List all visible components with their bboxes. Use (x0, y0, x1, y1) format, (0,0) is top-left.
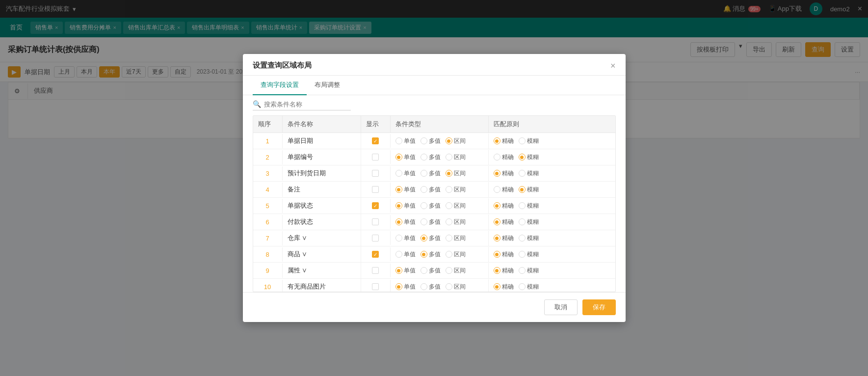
row-1-order: 1 (253, 134, 283, 139)
row-1-checkbox[interactable] (372, 137, 379, 138)
dialog-close-button[interactable]: × (610, 61, 616, 70)
dialog-title: 设置查询区域布局 (253, 61, 312, 70)
col-display: 显示 (361, 116, 391, 133)
row-1-type: 单值 多值 区间 (391, 134, 489, 139)
overlay: 设置查询区域布局 × 查询字段设置 布局调整 🔍 顺序 条件名称 显示 条件类型… (0, 0, 868, 138)
search-icon: 🔍 (253, 100, 261, 108)
dialog-header: 设置查询区域布局 × (243, 54, 626, 76)
row-1-match: 精确 模糊 (489, 134, 577, 139)
search-box: 🔍 (253, 100, 351, 110)
col-name: 条件名称 (283, 116, 361, 133)
tab-layout-adjust[interactable]: 布局调整 (307, 76, 348, 95)
row-1-type-single[interactable]: 单值 (395, 137, 416, 139)
conditions-table: 顺序 条件名称 显示 条件类型 匹配原则 1 单据日期 单值 多值 区间 (253, 115, 616, 138)
row-1-type-range[interactable]: 区间 (446, 137, 466, 139)
dialog: 设置查询区域布局 × 查询字段设置 布局调整 🔍 顺序 条件名称 显示 条件类型… (243, 54, 626, 138)
table-row: 1 单据日期 单值 多值 区间 精确 模糊 (253, 133, 615, 138)
tab-query-fields[interactable]: 查询字段设置 (253, 76, 307, 95)
row-1-type-group: 单值 多值 区间 (395, 137, 466, 139)
row-1-type-multi[interactable]: 多值 (421, 137, 441, 139)
search-input[interactable] (264, 101, 342, 108)
row-1-match-group: 精确 模糊 (494, 137, 539, 139)
row-1-display[interactable] (361, 134, 391, 138)
col-order: 顺序 (253, 116, 283, 133)
row-1-name: 单据日期 (283, 133, 361, 138)
col-match: 匹配原则 (489, 116, 577, 133)
row-1-match-fuzzy[interactable]: 模糊 (519, 137, 539, 139)
dialog-tabs: 查询字段设置 布局调整 (243, 76, 626, 95)
row-1-match-exact[interactable]: 精确 (494, 137, 514, 139)
col-type: 条件类型 (391, 116, 489, 133)
conditions-table-header: 顺序 条件名称 显示 条件类型 匹配原则 (253, 116, 615, 133)
dialog-search-area: 🔍 (243, 95, 626, 115)
